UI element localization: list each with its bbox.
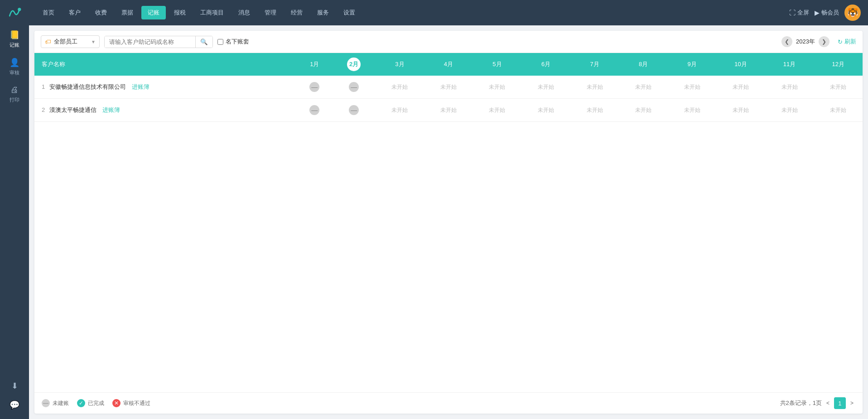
legend-teal-dot: ✓	[77, 399, 85, 407]
cell-m4: 未开始	[424, 99, 473, 122]
cell-m11: 未开始	[765, 99, 814, 122]
nav-accounting[interactable]: 记账	[141, 6, 166, 19]
col-header-m12: 12月	[814, 53, 863, 76]
search-input[interactable]	[105, 36, 195, 48]
sidebar-bottom: ⬇ 💬	[0, 376, 29, 419]
refresh-button[interactable]: ↻ 刷新	[838, 38, 856, 46]
legend-gray-dot: —	[42, 399, 50, 407]
cell-m1: —	[297, 99, 333, 122]
col-header-m1: 1月	[297, 53, 333, 76]
nav-message[interactable]: 消息	[232, 6, 256, 19]
legend-complete-label: 已完成	[88, 400, 104, 407]
enter-ledger-link[interactable]: 进账簿	[132, 83, 149, 90]
col-header-m3: 3月	[376, 53, 424, 76]
not-started-label: 未开始	[781, 84, 798, 90]
accounting-icon: 📒	[10, 30, 19, 40]
nav-manage[interactable]: 管理	[258, 6, 283, 19]
member-label: 畅会员	[821, 9, 839, 17]
not-started-label: 未开始	[538, 84, 554, 90]
nav-bizitems[interactable]: 工商项目	[194, 6, 230, 19]
not-started-label: 未开始	[684, 84, 700, 90]
year-label: 2023年	[796, 38, 815, 46]
nav-invoice[interactable]: 票据	[115, 6, 140, 19]
legend-not-built: — 未建账	[42, 399, 69, 407]
nav-customer[interactable]: 客户	[63, 6, 87, 19]
fullscreen-button[interactable]: ⛶ 全屏	[789, 9, 809, 17]
member-icon: ▶	[815, 9, 820, 16]
top-navigation: 首页 客户 收费 票据 记账 报税 工商项目 消息 管理 经营 服务 设置 ⛶ …	[29, 0, 868, 25]
cell-name: 1 安徽畅捷通信息技术有限公司 进账簿	[34, 76, 297, 99]
legend-red-dot: ✕	[112, 399, 121, 407]
toolbar: 🏷 全部员工 ▼ 🔍 名下账套 ❮ 2023年 ❯	[34, 31, 863, 53]
not-started-label: 未开始	[440, 84, 457, 90]
not-started-label: 未开始	[733, 107, 749, 113]
employee-select[interactable]: 🏷 全部员工 ▼	[41, 35, 100, 48]
enter-ledger-link[interactable]: 进账簿	[102, 106, 120, 113]
nav-home[interactable]: 首页	[36, 6, 61, 19]
nav-operation[interactable]: 经营	[285, 6, 309, 19]
sidebar-item-audit[interactable]: 👤 审核	[0, 53, 29, 81]
cell-m12: 未开始	[814, 76, 863, 99]
page-1-button[interactable]: 1	[834, 397, 846, 409]
account-filter-checkbox[interactable]	[217, 39, 223, 45]
table-body: 1 安徽畅捷通信息技术有限公司 进账簿 — — 未开始 未开始 未开始 未开始 …	[34, 76, 863, 122]
cell-m7: 未开始	[570, 99, 619, 122]
col-header-m2: 2月	[333, 53, 376, 76]
sidebar-item-accounting-label: 记账	[10, 42, 19, 48]
nav-billing[interactable]: 收费	[89, 6, 113, 19]
cell-m4: 未开始	[424, 76, 473, 99]
col-header-m10: 10月	[716, 53, 765, 76]
col-header-name: 客户名称	[34, 53, 297, 76]
not-started-label: 未开始	[538, 107, 554, 113]
nav-service[interactable]: 服务	[311, 6, 335, 19]
sidebar-item-audit-label: 审核	[10, 69, 19, 76]
cell-m6: 未开始	[521, 76, 570, 99]
sidebar-item-support[interactable]: 💬	[0, 395, 29, 414]
sidebar-item-print-label: 打印	[10, 96, 19, 103]
sidebar-item-print[interactable]: 🖨 打印	[0, 81, 29, 108]
legend-complete: ✓ 已完成	[77, 399, 104, 407]
not-started-label: 未开始	[635, 84, 651, 90]
company-name: 漠澳太平畅捷通信	[49, 106, 96, 113]
sidebar-item-download[interactable]: ⬇	[0, 376, 29, 395]
svg-point-0	[18, 8, 21, 11]
not-started-label: 未开始	[733, 84, 749, 90]
dash-status-icon: —	[309, 105, 319, 115]
col-header-m5: 5月	[473, 53, 522, 76]
account-filter-checkbox-label[interactable]: 名下账套	[217, 38, 249, 46]
member-button[interactable]: ▶ 畅会员	[815, 9, 839, 17]
cell-m10: 未开始	[716, 76, 765, 99]
not-started-label: 未开始	[391, 84, 408, 90]
not-started-label: 未开始	[781, 107, 798, 113]
nav-tax[interactable]: 报税	[168, 6, 192, 19]
audit-icon: 👤	[10, 58, 19, 67]
prev-page-button[interactable]: <	[825, 399, 831, 407]
not-started-label: 未开始	[587, 107, 603, 113]
cell-m3: 未开始	[376, 99, 424, 122]
not-started-label: 未开始	[391, 107, 408, 113]
year-navigation: ❮ 2023年 ❯	[781, 36, 829, 47]
table-row: 1 安徽畅捷通信息技术有限公司 进账簿 — — 未开始 未开始 未开始 未开始 …	[34, 76, 863, 99]
row-number: 1	[42, 83, 45, 90]
next-year-button[interactable]: ❯	[819, 36, 829, 47]
cell-m6: 未开始	[521, 99, 570, 122]
prev-year-button[interactable]: ❮	[781, 36, 792, 47]
support-icon: 💬	[10, 400, 19, 410]
table-footer: — 未建账 ✓ 已完成 ✕ 审核不通过 共2条记录，1页 < 1 >	[34, 392, 863, 414]
nav-settings[interactable]: 设置	[337, 6, 362, 19]
cell-m11: 未开始	[765, 76, 814, 99]
not-started-label: 未开始	[635, 107, 651, 113]
user-avatar[interactable]: 🐯	[844, 5, 861, 21]
legend-not-built-label: 未建账	[53, 400, 69, 407]
sidebar-item-accounting[interactable]: 📒 记账	[0, 25, 29, 53]
cell-m9: 未开始	[668, 99, 717, 122]
company-name: 安徽畅捷通信息技术有限公司	[49, 83, 126, 90]
col-header-m9: 9月	[668, 53, 717, 76]
cell-m3: 未开始	[376, 76, 424, 99]
next-page-button[interactable]: >	[849, 399, 855, 407]
not-started-label: 未开始	[587, 84, 603, 90]
cell-m7: 未开始	[570, 76, 619, 99]
total-records-text: 共2条记录，1页	[780, 399, 822, 407]
search-button[interactable]: 🔍	[195, 36, 212, 48]
cell-m9: 未开始	[668, 76, 717, 99]
